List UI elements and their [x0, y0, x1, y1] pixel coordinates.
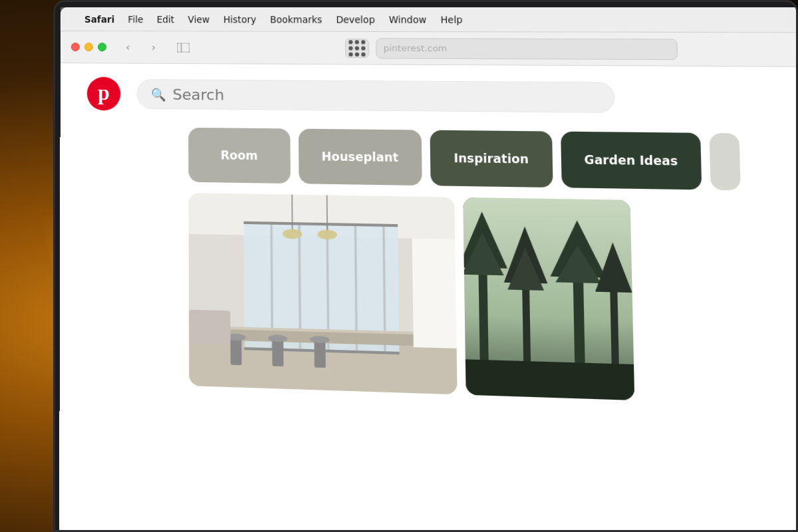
maximize-button[interactable]: [98, 43, 106, 51]
forward-button[interactable]: ›: [144, 38, 163, 57]
close-button[interactable]: [71, 43, 80, 51]
window-menu[interactable]: Window: [389, 14, 427, 25]
develop-menu[interactable]: Develop: [336, 14, 375, 25]
forward-icon: ›: [152, 41, 156, 53]
category-more[interactable]: [710, 133, 741, 190]
svg-rect-23: [231, 337, 242, 365]
browser-content: p 🔍 Search Room Houseplant: [59, 63, 798, 532]
screen-bezel: Safari File Edit View History Bookmarks …: [53, 0, 798, 532]
traffic-lights: [71, 43, 106, 51]
svg-rect-43: [466, 359, 634, 400]
svg-text:p: p: [98, 81, 110, 105]
tab-grid-button[interactable]: [345, 39, 369, 58]
category-row: Room Houseplant Inspiration Garden Ideas: [60, 121, 798, 203]
search-placeholder: Search: [173, 86, 225, 103]
category-room-label: Room: [221, 148, 258, 162]
search-icon: 🔍: [151, 87, 166, 101]
category-garden-label: Garden Ideas: [584, 153, 678, 168]
category-room[interactable]: Room: [188, 128, 291, 184]
svg-rect-0: [177, 43, 189, 52]
svg-rect-29: [189, 310, 230, 346]
file-menu[interactable]: File: [128, 14, 143, 25]
category-inspiration-label: Inspiration: [454, 151, 529, 166]
room-scene: [189, 193, 458, 394]
pinterest-logo[interactable]: p: [87, 76, 120, 110]
bookmarks-menu[interactable]: Bookmarks: [270, 14, 323, 25]
minimize-button[interactable]: [84, 43, 93, 51]
svg-rect-30: [412, 238, 457, 348]
help-menu[interactable]: Help: [440, 14, 462, 25]
history-menu[interactable]: History: [223, 14, 257, 25]
category-houseplant-label: Houseplant: [321, 150, 398, 164]
edit-menu[interactable]: Edit: [157, 14, 175, 25]
svg-rect-25: [272, 338, 283, 366]
safari-menu[interactable]: Safari: [84, 14, 114, 25]
search-bar[interactable]: 🔍 Search: [137, 79, 615, 113]
svg-rect-27: [314, 339, 325, 368]
category-garden[interactable]: Garden Ideas: [561, 132, 702, 190]
category-inspiration[interactable]: Inspiration: [430, 130, 553, 188]
back-button[interactable]: ‹: [118, 38, 137, 57]
grid-dots-icon: [348, 40, 366, 57]
pinterest-grid: [60, 191, 798, 408]
category-houseplant[interactable]: Houseplant: [299, 129, 422, 186]
svg-line-19: [327, 195, 328, 233]
grid-card-dark[interactable]: [463, 198, 634, 400]
pinterest-header: p 🔍 Search: [61, 63, 798, 128]
screen-inner: Safari File Edit View History Bookmarks …: [59, 7, 798, 532]
address-bar[interactable]: pinterest.com: [376, 38, 678, 60]
address-text: pinterest.com: [384, 43, 448, 54]
grid-card-interior[interactable]: [189, 193, 458, 394]
browser-toolbar: ‹ ›: [61, 31, 798, 67]
laptop-frame: Safari File Edit View History Bookmarks …: [53, 0, 798, 532]
back-icon: ‹: [126, 41, 130, 53]
sidebar-toggle[interactable]: [172, 38, 194, 57]
view-menu[interactable]: View: [188, 14, 210, 25]
sidebar-icon: [177, 43, 189, 52]
menubar: Safari File Edit View History Bookmarks …: [61, 7, 798, 33]
